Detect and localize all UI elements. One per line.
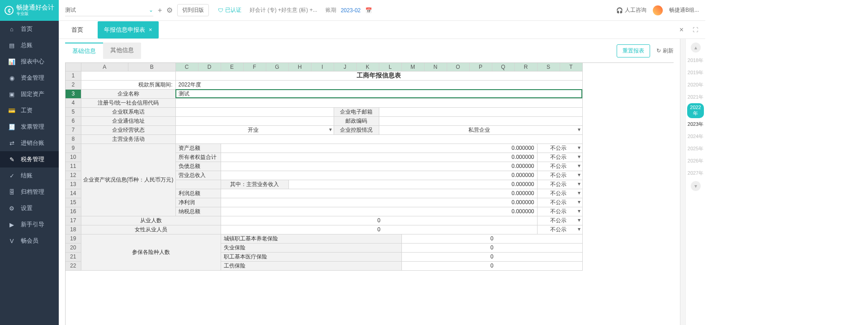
col-header[interactable]: S: [537, 63, 560, 71]
tab-home[interactable]: 首页: [65, 21, 90, 38]
row-header[interactable]: 2: [66, 80, 81, 89]
publicity-select[interactable]: 不公示▾: [537, 189, 582, 198]
col-header[interactable]: H: [288, 63, 311, 71]
col-header[interactable]: E: [221, 63, 243, 71]
sidebar-item-guide[interactable]: ▶新手引导: [0, 216, 59, 233]
cell[interactable]: 0.000000: [221, 171, 537, 180]
cell[interactable]: [175, 98, 582, 107]
sidebar-item-ledger[interactable]: ▤总账: [0, 37, 59, 53]
col-header[interactable]: K: [356, 63, 379, 71]
publicity-select[interactable]: 不公示▾: [537, 180, 582, 189]
business-status-select[interactable]: 开业▾: [175, 125, 334, 134]
row-header[interactable]: 12: [66, 171, 81, 180]
close-icon[interactable]: ×: [149, 26, 152, 33]
company-select[interactable]: 测试 ⌄: [65, 5, 153, 16]
row-header[interactable]: 22: [66, 261, 81, 270]
sidebar-item-settings[interactable]: ⚙设置: [0, 200, 59, 216]
col-header[interactable]: M: [401, 63, 424, 71]
sidebar-item-invoice[interactable]: 🧾发票管理: [0, 119, 59, 135]
certified-badge[interactable]: 🛡 已认证: [218, 6, 241, 14]
row-header[interactable]: 20: [66, 243, 81, 252]
sidebar-item-funds[interactable]: ◉资金管理: [0, 70, 59, 86]
sidebar-item-assets[interactable]: ▣固定资产: [0, 86, 59, 102]
cell[interactable]: 0: [221, 225, 537, 234]
row-header[interactable]: 9: [66, 143, 81, 153]
switch-old-button[interactable]: 切到旧版: [177, 4, 209, 16]
fullscreen-icon[interactable]: ⛶: [691, 25, 700, 35]
cell[interactable]: 0.000000: [221, 162, 537, 171]
col-header[interactable]: J: [334, 63, 356, 71]
col-header[interactable]: [66, 63, 81, 71]
col-header[interactable]: G: [266, 63, 288, 71]
publicity-select[interactable]: 不公示▾: [537, 216, 582, 225]
cell[interactable]: [175, 134, 582, 143]
row-header[interactable]: 3: [66, 89, 81, 98]
sidebar-item-stock[interactable]: ⇄进销台账: [0, 135, 59, 151]
row-header[interactable]: 7: [66, 125, 81, 134]
avatar[interactable]: [653, 5, 663, 15]
user-name[interactable]: 畅捷通B组...: [669, 6, 699, 14]
cell[interactable]: [175, 116, 334, 125]
sidebar-item-home[interactable]: ⌂首页: [0, 21, 59, 37]
publicity-select[interactable]: 不公示▾: [537, 143, 582, 153]
cell[interactable]: 0.000000: [221, 189, 537, 198]
refresh-button[interactable]: ↻ 刷新: [656, 47, 674, 55]
cell[interactable]: 0: [401, 261, 582, 270]
sidebar-item-member[interactable]: V畅会员: [0, 233, 59, 249]
add-company-icon[interactable]: +: [158, 6, 162, 14]
sheet-tab-basic[interactable]: 基础信息: [65, 43, 103, 59]
year-2022年[interactable]: 2022年: [687, 103, 703, 118]
row-header[interactable]: 13: [66, 180, 81, 189]
row-header[interactable]: 19: [66, 234, 81, 243]
ownership-select[interactable]: 私营企业▾: [379, 125, 582, 134]
row-header[interactable]: 17: [66, 216, 81, 225]
sidebar-item-close[interactable]: ✓结账: [0, 167, 59, 184]
cell[interactable]: [379, 116, 582, 125]
cell[interactable]: [379, 107, 582, 116]
close-all-tabs-button[interactable]: ×: [676, 24, 687, 36]
col-header[interactable]: C: [175, 63, 198, 71]
col-header[interactable]: L: [379, 63, 401, 71]
cell[interactable]: 0: [401, 234, 582, 243]
col-header[interactable]: D: [198, 63, 221, 71]
cell[interactable]: 0.000000: [221, 198, 537, 207]
col-header[interactable]: T: [560, 63, 582, 71]
cell[interactable]: 0: [221, 216, 537, 225]
year-2023年[interactable]: 2023年: [685, 118, 705, 130]
sidebar-item-salary[interactable]: 💳工资: [0, 102, 59, 119]
col-header[interactable]: N: [424, 63, 447, 71]
company-settings-icon[interactable]: ⚙: [166, 6, 173, 14]
tab-annual-report[interactable]: 年报信息申报表 ×: [98, 21, 159, 38]
row-header[interactable]: 16: [66, 207, 81, 216]
col-header[interactable]: F: [243, 63, 266, 71]
row-header[interactable]: 6: [66, 116, 81, 125]
row-header[interactable]: 5: [66, 107, 81, 116]
publicity-select[interactable]: 不公示▾: [537, 198, 582, 207]
cell[interactable]: [175, 180, 221, 189]
publicity-select[interactable]: 不公示▾: [537, 162, 582, 171]
scrollbar-vertical[interactable]: [680, 39, 685, 325]
support-link[interactable]: 🎧 人工咨询: [616, 6, 646, 14]
publicity-select[interactable]: 不公示▾: [537, 225, 582, 234]
row-header[interactable]: 8: [66, 134, 81, 143]
col-header[interactable]: I: [311, 63, 334, 71]
sidebar-item-report[interactable]: 📊报表中心: [0, 53, 59, 70]
col-header[interactable]: A: [81, 63, 128, 71]
row-header[interactable]: 11: [66, 162, 81, 171]
col-header[interactable]: Q: [492, 63, 514, 71]
year-down-icon[interactable]: ▾: [691, 181, 701, 191]
row-header[interactable]: 1: [66, 71, 81, 80]
cell[interactable]: [81, 71, 175, 80]
row-header[interactable]: 10: [66, 153, 81, 162]
sidebar-item-tax[interactable]: ✎税务管理: [0, 151, 59, 167]
reset-button[interactable]: 重置报表: [617, 44, 650, 57]
publicity-select[interactable]: 不公示▾: [537, 171, 582, 180]
sheet-tab-other[interactable]: 其他信息: [103, 43, 141, 59]
cell[interactable]: 0.000000: [221, 153, 537, 162]
publicity-select[interactable]: 不公示▾: [537, 207, 582, 216]
row-header[interactable]: 18: [66, 225, 81, 234]
cell[interactable]: 0: [401, 252, 582, 261]
publicity-select[interactable]: 不公示▾: [537, 153, 582, 162]
row-header[interactable]: 15: [66, 198, 81, 207]
row-header[interactable]: 4: [66, 98, 81, 107]
